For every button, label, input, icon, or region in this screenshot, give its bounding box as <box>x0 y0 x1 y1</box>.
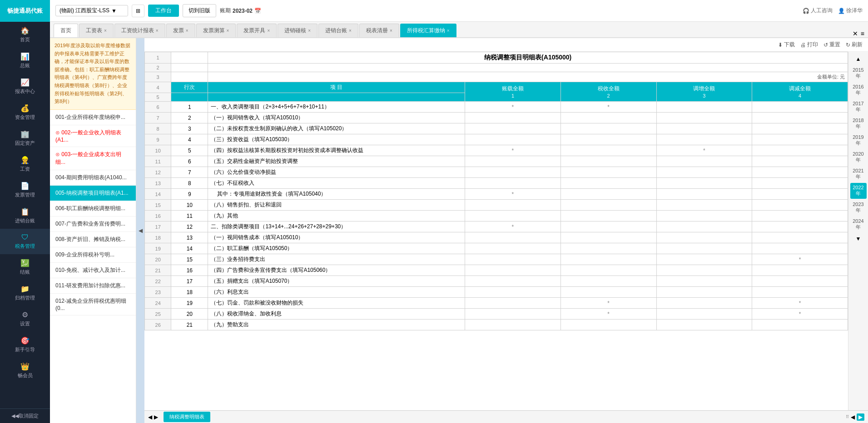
cell-1-a[interactable] <box>171 52 208 64</box>
cell-item[interactable]: （七）不征税收入 <box>208 178 465 189</box>
year-scroll-down[interactable]: ▼ <box>850 233 867 244</box>
year-2023[interactable]: 2023年 <box>850 200 867 216</box>
cell-line[interactable]: 10 <box>171 200 208 211</box>
cell-line[interactable]: 9 <box>171 189 208 200</box>
cell-decrease[interactable] <box>752 189 848 200</box>
cell-book[interactable] <box>465 287 561 298</box>
cell-line[interactable]: 17 <box>171 276 208 287</box>
cell-decrease[interactable] <box>752 276 848 287</box>
cell-book[interactable]: * <box>465 145 561 156</box>
sidebar-item-ledger[interactable]: 📊 总账 <box>0 48 50 74</box>
year-2016[interactable]: 2016年 <box>850 82 867 98</box>
sheet-tab-tax-adjust[interactable]: 纳税调整明细表 <box>164 412 210 422</box>
sheet-nav-left[interactable]: ◀ <box>148 414 152 420</box>
menu-item-004[interactable]: 004-期间费用明细表(A1040... <box>50 170 136 186</box>
cell-item[interactable]: （四）按权益法核算长期股权投资对初始投资成本调整确认收益 <box>208 145 465 156</box>
calendar-icon[interactable]: 📅 <box>254 8 261 14</box>
cell-tax[interactable]: * <box>560 309 656 320</box>
cell-decrease[interactable] <box>752 123 848 134</box>
menu-item-007[interactable]: 007-广告费和业务宣传费明... <box>50 216 136 232</box>
cell-increase[interactable] <box>656 320 752 330</box>
tab-invoice[interactable]: 发票 × <box>166 24 195 37</box>
more-tabs-icon[interactable]: ≡ <box>861 30 864 37</box>
sidebar-item-member[interactable]: 👑 畅会员 <box>0 358 50 384</box>
cell-line[interactable]: 2 <box>171 113 208 123</box>
refresh-button[interactable]: ↻ 刷新 <box>846 41 863 49</box>
cell-item[interactable]: （八）销售折扣、折让和退回 <box>208 200 465 211</box>
sidebar-item-home[interactable]: 🏠 首页 <box>0 22 50 48</box>
cell-line[interactable]: 15 <box>171 254 208 265</box>
cell-book[interactable] <box>465 123 561 134</box>
tab-invoice-issue-close[interactable]: × <box>267 28 270 33</box>
cell-item[interactable]: （五）捐赠支出（填写A105070） <box>208 276 465 287</box>
cell-decrease[interactable]: * <box>752 298 848 309</box>
cell-line[interactable]: 16 <box>171 265 208 276</box>
tab-invoice-calc[interactable]: 发票测算 × <box>196 24 236 37</box>
company-settings-icon[interactable]: ⊞ <box>132 5 144 17</box>
cell-book[interactable] <box>465 276 561 287</box>
cell-decrease[interactable] <box>752 243 848 254</box>
cell-tax[interactable] <box>560 123 656 134</box>
sidebar-item-archive[interactable]: 📁 归档管理 <box>0 280 50 306</box>
tab-invoice-close[interactable]: × <box>186 28 188 33</box>
sidebar-item-purchase-sales[interactable]: 📋 进销台账 <box>0 203 50 229</box>
menu-item-005[interactable]: 005-纳税调整项目明细表(A1... <box>50 186 136 201</box>
cell-tax[interactable] <box>560 113 656 123</box>
cell-tax[interactable] <box>560 265 656 276</box>
cell-tax[interactable] <box>560 178 656 189</box>
cell-book[interactable]: * <box>465 102 561 113</box>
year-2022[interactable]: 2022年 <box>850 183 867 199</box>
menu-item-008[interactable]: 008-资产折旧、摊销及纳税... <box>50 232 136 247</box>
year-2024[interactable]: 2024年 <box>850 216 867 232</box>
cell-increase[interactable] <box>656 298 752 309</box>
cell-item[interactable]: （三）投资收益（填写A105030） <box>208 134 465 145</box>
cell-book[interactable] <box>465 232 561 243</box>
cell-line[interactable]: 5 <box>171 145 208 156</box>
cell-decrease[interactable] <box>752 287 848 298</box>
company-selector[interactable]: (物副) 江西股宝-LSS ▼ <box>55 5 128 16</box>
cell-item[interactable]: （九）赞助支出 <box>208 320 465 330</box>
cell-decrease[interactable] <box>752 221 848 232</box>
sidebar-item-closing[interactable]: 💹 结账 <box>0 254 50 280</box>
cell-line[interactable]: 11 <box>171 211 208 221</box>
cell-increase[interactable] <box>656 254 752 265</box>
cell-decrease[interactable] <box>752 167 848 178</box>
year-2020[interactable]: 2020年 <box>850 149 867 165</box>
cell-increase[interactable] <box>656 232 752 243</box>
scroll-right-btn[interactable]: ▶ <box>857 413 864 421</box>
year-2019[interactable]: 2019年 <box>850 133 867 148</box>
cell-item[interactable]: （五）交易性金融资产初始投资调整 <box>208 156 465 167</box>
table-container[interactable]: 1 纳税调整项目明细表(A105000) 2 <box>144 52 848 410</box>
cell-book[interactable] <box>465 178 561 189</box>
cell-item[interactable]: （八）税收滞纳金、加收利息 <box>208 309 465 320</box>
cell-increase[interactable] <box>656 211 752 221</box>
cell-item[interactable]: （四）广告费和业务宣传费支出（填写A105060） <box>208 265 465 276</box>
cell-line[interactable]: 18 <box>171 287 208 298</box>
cell-tax[interactable] <box>560 211 656 221</box>
cell-item[interactable]: （二）未按权责发生制原则确认的收入（填写A105020） <box>208 123 465 134</box>
tab-home[interactable]: 首页 <box>54 24 78 37</box>
cell-tax[interactable] <box>560 189 656 200</box>
tab-payroll[interactable]: 工资表 × <box>79 24 114 37</box>
download-button[interactable]: ⬇ 下载 <box>778 41 795 49</box>
cell-book[interactable] <box>465 200 561 211</box>
cell-book[interactable] <box>465 156 561 167</box>
cell-line[interactable]: 20 <box>171 309 208 320</box>
cell-book[interactable]: * <box>465 189 561 200</box>
cell-tax[interactable] <box>560 320 656 330</box>
sidebar-item-settings[interactable]: ⚙ 设置 <box>0 306 50 332</box>
tab-tax-list[interactable]: 税表清册 × <box>359 24 399 37</box>
cell-line[interactable]: 7 <box>171 167 208 178</box>
menu-item-006[interactable]: 006-职工薪酬纳税调整明细... <box>50 201 136 216</box>
cell-decrease[interactable] <box>752 232 848 243</box>
cell-book[interactable]: * <box>465 221 561 232</box>
unpin-button[interactable]: ◀◀ 取消固定 <box>0 408 50 423</box>
cell-decrease[interactable] <box>752 113 848 123</box>
cell-increase[interactable] <box>656 243 752 254</box>
sidebar-item-fixed-assets[interactable]: 🏢 固定资产 <box>0 125 50 151</box>
menu-item-010[interactable]: 010-免税、减计收入及加计... <box>50 263 136 278</box>
cell-book[interactable] <box>465 167 561 178</box>
tab-ledger[interactable]: 进销台账 × <box>318 24 358 37</box>
cell-line[interactable]: 21 <box>171 320 208 330</box>
cell-decrease[interactable] <box>752 265 848 276</box>
